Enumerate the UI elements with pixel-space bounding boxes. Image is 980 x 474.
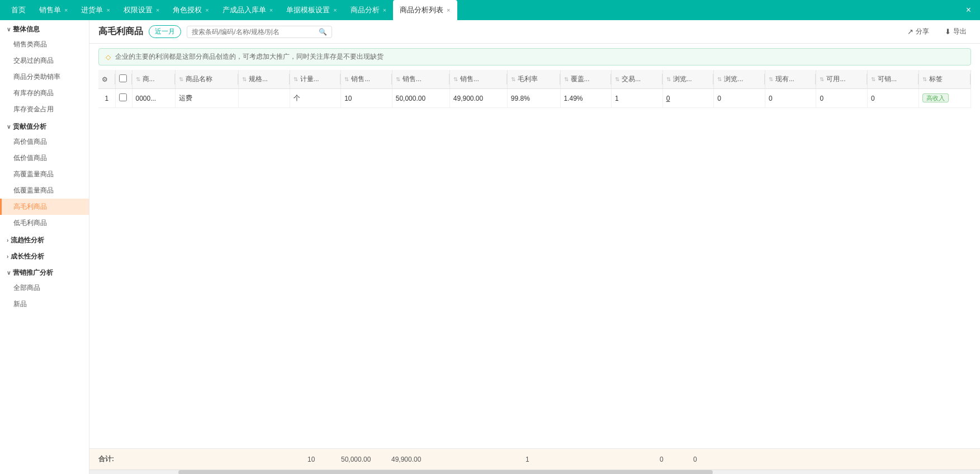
col-gross_margin[interactable]: ⇅毛利率 [507,70,560,89]
footer-cell-sales_cost: 49,900.00 [388,456,438,463]
content-header: 高毛利商品 近一月 🔍 ↗ 分享 ⬇ 导出 [89,20,980,44]
col-tag[interactable]: ⇅标签 [919,70,970,89]
col-current_stock[interactable]: ⇅现有... [765,70,816,89]
col-coverage[interactable]: ⇅覆盖... [560,70,612,89]
nav-item-权限设置[interactable]: 权限设置× [117,0,166,20]
footer-cell-filler3 [556,456,623,463]
tab-close-权限设置[interactable]: × [156,7,159,13]
sidebar-section-贡献值分析[interactable]: ∨贡献值分析 [0,118,89,134]
footer-cell-filler2 [438,456,522,463]
close-all-tabs[interactable]: × [962,5,976,15]
col-checkbox-header[interactable] [115,70,132,89]
col-spec[interactable]: ⇅规格... [238,70,290,89]
main-layout: « ∨整体信息销售类商品交易过的商品商品分类助销率有库存的商品库存资金占用∨贡献… [0,20,980,474]
row-checkbox[interactable] [119,93,127,101]
tab-close-产成品入库单[interactable]: × [269,7,273,13]
col-available_stock[interactable]: ⇅可用... [816,70,868,89]
sidebar-item-库存资金占用[interactable]: 库存资金占用 [0,101,89,118]
info-icon: ◇ [106,53,111,61]
nav-item-商品分析列表[interactable]: 商品分析列表× [393,0,457,20]
settings-icon[interactable]: ⚙ [102,76,108,83]
nav-item-进货单[interactable]: 进货单× [74,0,116,20]
col-name[interactable]: ⇅商品名称 [175,70,238,89]
footer-cell-current_stock: 0 [656,456,690,463]
table-container[interactable]: ⚙⇅商...⇅商品名称⇅规格...⇅计量...⇅销售...⇅销售...⇅销售..… [89,70,980,448]
sidebar-item-高覆盖量商品[interactable]: 高覆盖量商品 [0,166,89,182]
col-views2[interactable]: ⇅浏览... [714,70,765,89]
sidebar-item-低覆盖量商品[interactable]: 低覆盖量商品 [0,182,89,199]
search-box: 🔍 [187,26,332,38]
col-code[interactable]: ⇅商... [132,70,175,89]
sidebar-section-流趋性分析[interactable]: ›流趋性分析 [0,231,89,247]
footer-cell-available_stock: 0 [690,456,723,463]
share-button[interactable]: ↗ 分享 [903,25,934,39]
tab-close-进货单[interactable]: × [106,7,110,13]
tab-close-单据模板设置[interactable]: × [333,7,337,13]
footer-bar: 合计: 1050,000.0049,900.00100 [89,448,980,470]
header-actions: ↗ 分享 ⬇ 导出 [903,25,971,39]
sidebar-item-高毛利商品[interactable]: 高毛利商品 [0,199,89,215]
export-button[interactable]: ⬇ 导出 [940,25,971,39]
nav-item-销售单[interactable]: 销售单× [32,0,74,20]
nav-item-产成品入库单[interactable]: 产成品入库单× [216,0,280,20]
col-sales_amount[interactable]: ⇅销售... [392,70,449,89]
tab-close-商品分析[interactable]: × [383,7,386,13]
footer-cell-filler1 [125,456,304,463]
sidebar-item-新品[interactable]: 新品 [0,296,89,312]
page-title: 高毛利商品 [98,26,143,37]
info-banner: ◇ 企业的主要的利润都是这部分商品创造的，可考虑加大推广，同时关注库存是不要出现… [98,48,971,65]
search-input[interactable] [192,28,315,36]
col-transactions[interactable]: ⇅交易... [612,70,663,89]
sidebar: « ∨整体信息销售类商品交易过的商品商品分类助销率有库存的商品库存资金占用∨贡献… [0,20,89,474]
table-row: 10000...运费个1050,000.0049,900.0099.8%1.49… [98,89,971,108]
sidebar-item-有库存的商品[interactable]: 有库存的商品 [0,85,89,101]
data-table: ⚙⇅商...⇅商品名称⇅规格...⇅计量...⇅销售...⇅销售...⇅销售..… [98,70,971,108]
content-area: 高毛利商品 近一月 🔍 ↗ 分享 ⬇ 导出 ◇ 企业的主要的利润都是这部分商品创… [89,20,980,474]
top-nav: 首页销售单×进货单×权限设置×角色授权×产成品入库单×单据模板设置×商品分析×商… [0,0,980,20]
sidebar-item-全部商品[interactable]: 全部商品 [0,280,89,296]
col-sales_cost[interactable]: ⇅销售... [449,70,507,89]
footer-cell-sales_amount: 50,000.00 [338,456,388,463]
tab-close-商品分析列表[interactable]: × [447,7,450,13]
sidebar-item-商品分类助销率[interactable]: 商品分类助销率 [0,69,89,85]
sidebar-toggle[interactable]: « [89,247,89,270]
search-icon[interactable]: 🔍 [319,28,327,36]
sidebar-item-高价值商品[interactable]: 高价值商品 [0,134,89,150]
nav-item-首页[interactable]: 首页 [4,0,32,20]
col-views1[interactable]: ⇅浏览... [662,70,714,89]
nav-item-角色授权[interactable]: 角色授权× [166,0,215,20]
tab-close-角色授权[interactable]: × [205,7,209,13]
col-sellable[interactable]: ⇅可销... [868,70,919,89]
nav-item-单据模板设置[interactable]: 单据模板设置× [280,0,343,20]
sidebar-item-低价值商品[interactable]: 低价值商品 [0,150,89,166]
col-unit[interactable]: ⇅计量... [290,70,341,89]
tab-close-销售单[interactable]: × [64,7,68,13]
col-sales_qty[interactable]: ⇅销售... [341,70,392,89]
nav-item-商品分析[interactable]: 商品分析× [344,0,393,20]
sidebar-item-低毛利商品[interactable]: 低毛利商品 [0,215,89,231]
tag-badge: 高收入 [922,93,949,102]
sidebar-item-销售类商品[interactable]: 销售类商品 [0,36,89,53]
footer-label: 合计: [98,454,114,464]
share-icon: ↗ [907,27,913,36]
export-icon: ⬇ [945,27,951,36]
bottom-scrollbar[interactable] [89,470,980,474]
table-header: ⚙⇅商...⇅商品名称⇅规格...⇅计量...⇅销售...⇅销售...⇅销售..… [98,70,971,89]
footer-cell-transactions: 1 [522,456,556,463]
sidebar-section-成长性分析[interactable]: ›成长性分析 [0,247,89,264]
footer-cell-filler4 [623,456,656,463]
footer-cell-sales_qty: 10 [304,456,338,463]
sidebar-section-营销推广分析[interactable]: ∨营销推广分析 [0,264,89,280]
sidebar-item-交易过的商品[interactable]: 交易过的商品 [0,53,89,69]
col-settings[interactable]: ⚙ [98,70,115,89]
info-text: 企业的主要的利润都是这部分商品创造的，可考虑加大推广，同时关注库存是不要出现缺货 [115,52,384,62]
time-filter-button[interactable]: 近一月 [149,25,181,38]
select-all-checkbox[interactable] [119,74,127,82]
sidebar-section-整体信息[interactable]: ∨整体信息 [0,20,89,36]
